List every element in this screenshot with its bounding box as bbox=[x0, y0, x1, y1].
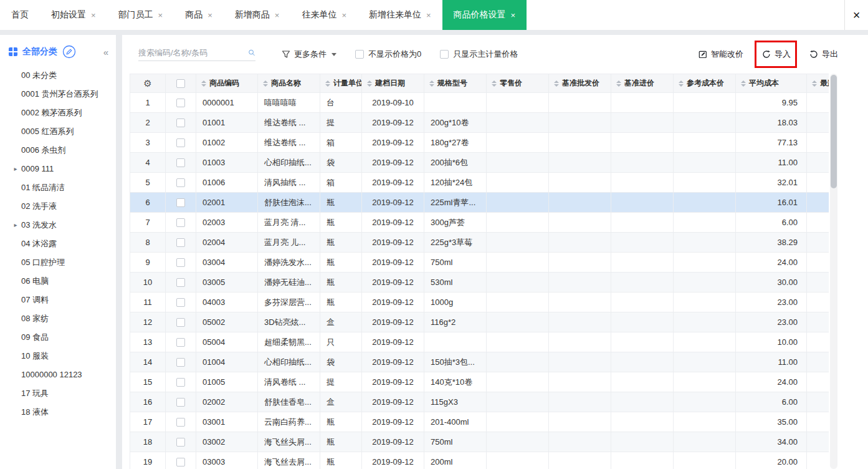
sidebar-collapse-icon[interactable]: « bbox=[100, 47, 112, 57]
sort-icon[interactable] bbox=[812, 80, 817, 87]
column-settings-header[interactable]: ⚙ bbox=[130, 74, 166, 93]
table-row[interactable]: 1803002海飞丝头屑...瓶2019-09-12750ml34.00 bbox=[130, 432, 829, 452]
sidebar-category-item[interactable]: 09 食品 bbox=[0, 328, 116, 347]
table-row[interactable]: 1401004心相印抽纸...袋2019-09-12150抽*3包...11.0… bbox=[130, 352, 829, 372]
row-checkbox[interactable] bbox=[176, 238, 185, 247]
column-header[interactable]: 基准进价 bbox=[611, 74, 674, 93]
sort-icon[interactable] bbox=[429, 80, 434, 87]
row-checkbox[interactable] bbox=[176, 198, 185, 207]
sort-icon[interactable] bbox=[554, 80, 559, 87]
row-checkbox[interactable] bbox=[176, 218, 185, 227]
sidebar-category-item[interactable]: 02 洗手液 bbox=[0, 197, 116, 216]
table-row[interactable]: 702003蓝月亮 清...瓶2019-09-12300g芦荟6.00 bbox=[130, 213, 829, 233]
row-checkbox[interactable] bbox=[176, 298, 185, 307]
row-checkbox[interactable] bbox=[176, 358, 185, 367]
column-header[interactable]: 建档日期 bbox=[362, 74, 424, 93]
column-header[interactable]: 参考成本价 bbox=[674, 74, 736, 93]
table-row[interactable]: 401003心相印抽纸...袋2019-09-12200抽*6包11.00 bbox=[130, 153, 829, 173]
row-checkbox[interactable] bbox=[176, 438, 185, 447]
table-row[interactable]: 903004潘婷洗发水...瓶2019-09-12750ml24.00 bbox=[130, 253, 829, 273]
table-row[interactable]: 201001维达卷纸 ...提2019-09-12200g*10卷18.03 bbox=[130, 113, 829, 133]
sidebar-category-item[interactable]: 04 沐浴露 bbox=[0, 234, 116, 253]
tab-item[interactable]: 往来单位× bbox=[290, 0, 358, 30]
tab-close-icon[interactable]: × bbox=[158, 11, 163, 19]
row-checkbox[interactable] bbox=[176, 418, 185, 427]
expand-arrow-icon[interactable]: ▸ bbox=[11, 160, 20, 178]
row-checkbox[interactable] bbox=[176, 158, 185, 167]
sidebar-category-item[interactable]: 0006 杀虫剂 bbox=[0, 141, 116, 160]
row-checkbox[interactable] bbox=[176, 118, 185, 127]
row-checkbox[interactable] bbox=[176, 258, 185, 267]
tab-item[interactable]: 新增往来单位× bbox=[358, 0, 442, 30]
tab-item[interactable]: 初始设置× bbox=[40, 0, 107, 30]
select-all-header[interactable] bbox=[166, 74, 196, 93]
row-checkbox[interactable] bbox=[176, 99, 185, 107]
row-checkbox[interactable] bbox=[176, 378, 185, 387]
sidebar-category-item[interactable]: 05 口腔护理 bbox=[0, 253, 116, 272]
main-unit-only-option[interactable]: 只显示主计量价格 bbox=[440, 49, 518, 60]
table-row[interactable]: 501006清风抽纸 ...箱2019-09-12120抽*24包32.01 bbox=[130, 173, 829, 193]
sort-icon[interactable] bbox=[741, 80, 746, 87]
column-header[interactable]: 基准批发价 bbox=[549, 74, 611, 93]
table-row[interactable]: 602001舒肤佳泡沫...瓶2019-09-12225ml青苹...16.01 bbox=[130, 193, 829, 213]
main-unit-only-checkbox[interactable] bbox=[440, 50, 449, 59]
sidebar-category-item[interactable]: 08 家纺 bbox=[0, 309, 116, 328]
table-row[interactable]: 1104003多芬深层营...瓶2019-09-121000g23.00 bbox=[130, 293, 829, 312]
sidebar-category-item[interactable]: 06 电脑 bbox=[0, 272, 116, 291]
column-header[interactable]: 零售价 bbox=[487, 74, 549, 93]
tab-close-icon[interactable]: × bbox=[511, 11, 516, 19]
sidebar-category-item[interactable]: ▸0009 111 bbox=[0, 160, 116, 178]
sidebar-category-item[interactable]: 0002 赖茅酒系列 bbox=[0, 104, 116, 122]
tab-close-icon[interactable]: × bbox=[426, 11, 431, 19]
table-row[interactable]: 10000001嘻嘻嘻嘻台2019-09-109.95 bbox=[130, 93, 829, 113]
tab-close-icon[interactable]: × bbox=[275, 11, 280, 19]
tab-item[interactable]: 部门员工× bbox=[107, 0, 174, 30]
gear-icon[interactable]: ⚙ bbox=[143, 78, 151, 89]
column-header[interactable]: 规格型号 bbox=[424, 74, 487, 93]
table-row[interactable]: 1501005清风卷纸 ...提2019-09-12140克*10卷24.00 bbox=[130, 372, 829, 392]
sidebar-category-item[interactable]: 00 未分类 bbox=[0, 66, 116, 85]
row-checkbox[interactable] bbox=[176, 178, 185, 187]
table-row[interactable]: 1003005潘婷无硅油...瓶2019-09-12530ml30.00 bbox=[130, 273, 829, 293]
sidebar-category-item[interactable]: 01 纸品清洁 bbox=[0, 178, 116, 197]
tab-close-icon[interactable]: × bbox=[207, 11, 212, 19]
tab-active[interactable]: 商品价格设置× bbox=[442, 0, 527, 30]
sort-icon[interactable] bbox=[325, 80, 330, 87]
window-close-button[interactable]: × bbox=[844, 0, 868, 30]
sidebar-category-item[interactable]: 07 调料 bbox=[0, 291, 116, 309]
sort-icon[interactable] bbox=[616, 80, 621, 87]
more-filters-button[interactable]: 更多条件 bbox=[282, 49, 336, 60]
sidebar-category-item[interactable]: 0005 红酒系列 bbox=[0, 122, 116, 141]
sort-icon[interactable] bbox=[492, 80, 497, 87]
expand-arrow-icon[interactable]: ▸ bbox=[11, 216, 20, 234]
sidebar-category-item[interactable]: 0001 贵州茅台酒系列 bbox=[0, 85, 116, 104]
table-row[interactable]: 1602002舒肤佳香皂...盒2019-09-12115gX36.00 bbox=[130, 392, 829, 412]
row-checkbox[interactable] bbox=[176, 318, 185, 327]
scrollbar-thumb[interactable] bbox=[831, 75, 837, 188]
table-row[interactable]: 301002维达卷纸 ...箱2019-09-12180g*27卷77.13 bbox=[130, 133, 829, 153]
tab-close-icon[interactable]: × bbox=[91, 11, 96, 19]
search-input[interactable] bbox=[138, 48, 248, 57]
tab-close-icon[interactable]: × bbox=[341, 11, 346, 19]
row-checkbox[interactable] bbox=[176, 458, 185, 467]
export-button[interactable]: 导出 bbox=[809, 49, 838, 60]
sidebar-category-item[interactable]: 17 玩具 bbox=[0, 384, 116, 403]
sort-icon[interactable] bbox=[201, 80, 206, 87]
vertical-scrollbar[interactable] bbox=[830, 74, 837, 469]
smart-reprice-button[interactable]: 智能改价 bbox=[699, 49, 743, 60]
tab-home[interactable]: 首页 bbox=[0, 0, 40, 30]
row-checkbox[interactable] bbox=[176, 278, 185, 287]
sort-icon[interactable] bbox=[263, 80, 268, 87]
tab-item[interactable]: 商品× bbox=[174, 0, 224, 30]
select-all-checkbox[interactable] bbox=[176, 79, 185, 88]
sort-icon[interactable] bbox=[367, 80, 372, 87]
import-button[interactable]: 导入 bbox=[762, 49, 791, 60]
column-header[interactable]: 商品名称 bbox=[258, 74, 320, 93]
row-checkbox[interactable] bbox=[176, 338, 185, 347]
tab-item[interactable]: 新增商品× bbox=[224, 0, 291, 30]
sidebar-category-item[interactable]: 10 服装 bbox=[0, 347, 116, 365]
all-categories-label[interactable]: 全部分类 bbox=[22, 46, 57, 57]
sidebar-category-item[interactable]: ▸03 洗发水 bbox=[0, 216, 116, 234]
row-checkbox[interactable] bbox=[176, 138, 185, 147]
sidebar-category-item[interactable]: 18 液体 bbox=[0, 403, 116, 422]
